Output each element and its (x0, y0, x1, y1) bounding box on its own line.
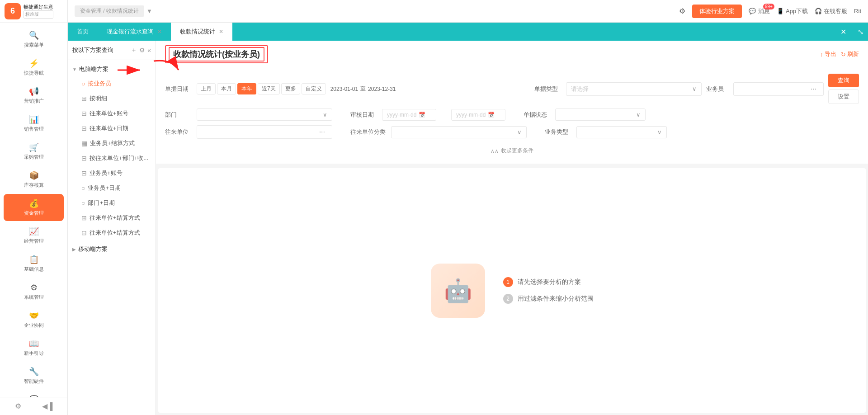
audit-date-from-input[interactable]: yyyy-mm-dd 📅 (382, 109, 436, 121)
query-button[interactable]: 查询 (828, 74, 859, 87)
tab-collection-stats[interactable]: 收款情况统计 ✕ (171, 23, 232, 41)
sidebar-item-企业协同[interactable]: 🤝企业协同 (4, 306, 64, 333)
tab-home[interactable]: 首页 (68, 23, 98, 41)
message-icon: 💬 (749, 8, 756, 14)
sidebar-item-营销推广[interactable]: 📢营销推广 (4, 82, 64, 109)
tree-section-header[interactable]: ▼电脑端方案 (68, 62, 156, 76)
counterparty-label: 往来单位 (165, 128, 192, 136)
doc-type-select[interactable]: 请选择 ∨ (566, 82, 702, 96)
settings-bottom-icon[interactable]: ⚙ (15, 402, 21, 410)
sidebar-item-智能硬件[interactable]: 🔧智能硬件 (4, 362, 64, 389)
expand-tabs-icon[interactable]: ⤡ (853, 28, 868, 36)
date-btn-本年[interactable]: 本年 (237, 83, 256, 94)
sidebar-label: 企业协同 (24, 322, 44, 329)
tab-bank-flow[interactable]: 现金银行流水查询 ✕ (98, 23, 171, 41)
topbar: 资金管理 / 收款情况统计 ▼ ⚙ 体验行业方案 💬 消息 99+ 📱 App下… (68, 0, 868, 23)
sidebar-label: 采购管理 (24, 154, 44, 160)
salesperson-more-icon[interactable]: ··· (808, 85, 819, 93)
date-btn-更多[interactable]: 更多 (281, 83, 300, 94)
sidebar-item-快捷导航[interactable]: ⚡快捷导航 (4, 54, 64, 81)
left-panel-header: 按以下方案查询 ＋ ⚙ « (68, 41, 156, 60)
sidebar-nav: 🔍搜索菜单⚡快捷导航📢营销推广📊销售管理🛒采购管理📦库存核算💰资金管理📈经营管理… (0, 23, 67, 397)
tab-collection-stats-close[interactable]: ✕ (219, 28, 223, 35)
counterparty-more-icon[interactable]: ··· (317, 128, 327, 136)
tab-bank-flow-close[interactable]: ✕ (157, 28, 162, 35)
tree-item-icon: ○ (81, 80, 85, 87)
sidebar-item-系统管理[interactable]: ⚙系统管理 (4, 278, 64, 305)
tree-item-业务员+结算方式[interactable]: ▦业务员+结算方式 (70, 136, 153, 151)
sidebar-label: 库存核算 (24, 182, 44, 189)
tree-item-业务员+账号[interactable]: ⊟业务员+账号 (70, 166, 153, 180)
dept-select[interactable]: ∨ (197, 108, 332, 121)
export-button[interactable]: ↑ 导出 (821, 50, 837, 58)
app-logo: 6 畅捷通好生意 标准版 (0, 0, 67, 23)
tree-item-按明细[interactable]: ⊞按明细 (70, 91, 153, 106)
export-icon: ↑ (821, 51, 824, 58)
tree-item-部门+日期[interactable]: ○部门+日期 (70, 196, 153, 210)
topbar-messages[interactable]: 💬 消息 99+ (749, 7, 770, 15)
tree-section-电脑端方案: ▼电脑端方案○按业务员⊞按明细⊟往来单位+账号⊟往来单位+日期▦业务员+结算方式… (68, 62, 156, 240)
tree-item-往来单位+账号[interactable]: ⊟往来单位+账号 (70, 106, 153, 121)
date-btn-自定义[interactable]: 自定义 (302, 83, 326, 94)
sidebar-label: 搜索菜单 (24, 42, 44, 48)
tree-section-label: 电脑端方案 (79, 65, 108, 73)
biz-type-select[interactable]: ∨ (576, 126, 667, 138)
counterparty-select[interactable]: ··· (197, 125, 332, 139)
left-panel-collapse-icon[interactable]: « (147, 47, 151, 54)
collapse-sidebar-icon[interactable]: ◀▐ (42, 402, 52, 410)
tabbar: 首页 现金银行流水查询 ✕ 收款情况统计 ✕ ✕ ⤡ (68, 23, 868, 41)
close-all-tabs-icon[interactable]: ✕ (834, 28, 853, 36)
sidebar-icon: 📦 (29, 170, 39, 180)
tree-item-icon: ○ (81, 199, 85, 207)
tree-item-label: 按明细 (90, 94, 107, 103)
tree-item-按业务员[interactable]: ○按业务员 (70, 76, 153, 91)
calendar-from-icon[interactable]: 📅 (419, 112, 425, 118)
tree-item-业务员+日期[interactable]: ○业务员+日期 (70, 181, 153, 195)
tree-item-往来单位+结算方式[interactable]: ⊞往来单位+结算方式 (70, 211, 153, 225)
topbar-online-service[interactable]: 🎧 在线客服 (815, 7, 847, 15)
sidebar-item-企业微信[interactable]: 💬企业微信 (4, 390, 64, 397)
sidebar-icon: 💰 (29, 198, 39, 208)
collapse-filter-button[interactable]: ∧∧ 收起更多条件 (165, 143, 859, 158)
sidebar-icon: 🔧 (29, 367, 39, 377)
left-panel: 按以下方案查询 ＋ ⚙ « ▼电脑端方案○按业务员⊞按明细⊟往来单位+账号⊟往来… (68, 41, 156, 415)
date-btn-上月[interactable]: 上月 (197, 83, 216, 94)
app-download-icon: 📱 (777, 8, 784, 14)
date-btn-本月[interactable]: 本月 (217, 83, 236, 94)
trial-button[interactable]: 体验行业方案 (692, 5, 742, 18)
setting-button[interactable]: 设置 (828, 90, 859, 104)
date-btn-近7天[interactable]: 近7天 (258, 83, 280, 94)
tree-section-header[interactable]: ▶移动端方案 (68, 242, 156, 256)
sidebar-item-销售管理[interactable]: 📊销售管理 (4, 110, 64, 137)
breadcrumb-item-1[interactable]: 资金管理 / 收款情况统计 (75, 5, 144, 17)
salesperson-select[interactable]: ··· (733, 82, 824, 96)
left-panel-add-icon[interactable]: ＋ (131, 46, 137, 54)
doc-status-select[interactable]: ∨ (555, 108, 646, 121)
doc-status-arrow-icon: ∨ (636, 111, 641, 118)
sidebar-item-新手引导[interactable]: 📖新手引导 (4, 334, 64, 361)
breadcrumb: 资金管理 / 收款情况统计 ▼ (75, 5, 672, 17)
sidebar-item-资金管理[interactable]: 💰资金管理 (4, 194, 64, 221)
sidebar-item-库存核算[interactable]: 📦库存核算 (4, 166, 64, 193)
tree-item-label: 业务员+日期 (88, 184, 121, 192)
topbar-settings-icon[interactable]: ⚙ (679, 7, 685, 15)
breadcrumb-dropdown-icon[interactable]: ▼ (146, 8, 152, 14)
sidebar-item-采购管理[interactable]: 🛒采购管理 (4, 138, 64, 165)
audit-date-to-input[interactable]: yyyy-mm-dd 📅 (451, 109, 505, 121)
refresh-button[interactable]: ↻ 刷新 (841, 50, 859, 58)
edition-tag: 标准版 (24, 10, 53, 19)
left-panel-settings-icon[interactable]: ⚙ (139, 47, 145, 54)
tree-item-往来单位+日期[interactable]: ⊟往来单位+日期 (70, 121, 153, 136)
sidebar-item-搜索菜单[interactable]: 🔍搜索菜单 (4, 26, 64, 53)
topbar-user[interactable]: Rit (854, 8, 861, 14)
sidebar-label: 营销推广 (24, 98, 44, 104)
counterparty-category-select[interactable]: ∨ (391, 126, 527, 138)
tree-item-往来单位+结算方式[interactable]: ⊟往来单位+结算方式 (70, 226, 153, 240)
hint-item-2: 2 用过滤条件来缩小分析范围 (503, 294, 594, 304)
calendar-to-icon[interactable]: 📅 (488, 112, 495, 118)
sidebar-bottom: ⚙ ◀▐ (0, 397, 67, 415)
tree-item-按往来单位+部门+收...[interactable]: ⊟按往来单位+部门+收... (70, 151, 153, 165)
sidebar-item-基础信息[interactable]: 📋基础信息 (4, 250, 64, 277)
topbar-app-download[interactable]: 📱 App下载 (777, 7, 808, 15)
sidebar-item-经营管理[interactable]: 📈经营管理 (4, 222, 64, 249)
